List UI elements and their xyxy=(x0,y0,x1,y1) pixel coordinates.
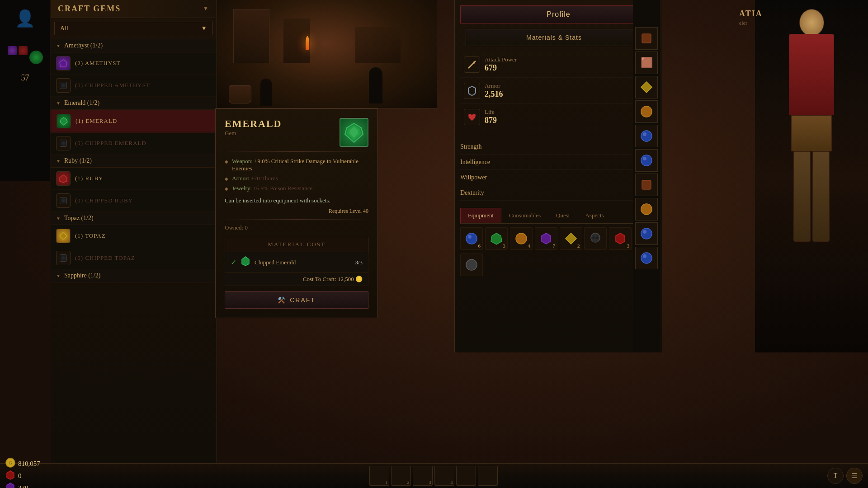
close-btn[interactable]: ▼ xyxy=(203,5,209,12)
gem-item--1--topaz[interactable]: (1) TOPAZ xyxy=(51,225,217,247)
character-figure: ATIA eler xyxy=(766,9,857,325)
tab-aspects[interactable]: Aspects xyxy=(577,208,611,223)
materials-button[interactable]: Materials & Stats xyxy=(466,29,642,46)
side-equip-slot[interactable] xyxy=(635,76,658,99)
gem-item--0--chipped-topaz[interactable]: (0) CHIPPED TOPAZ xyxy=(51,247,217,269)
hotbar-slot[interactable]: 3 xyxy=(413,466,433,486)
hotbar-slot[interactable] xyxy=(478,466,498,486)
game-scene xyxy=(215,0,437,108)
side-equip-slot[interactable]: 🟫 xyxy=(635,52,658,74)
cost-check: ✓ xyxy=(231,258,236,267)
side-equip-slot[interactable] xyxy=(635,222,658,245)
side-equip-slot[interactable] xyxy=(635,125,658,147)
socket-text: Can be inserted into equipment with sock… xyxy=(225,197,368,204)
currency-item: 0 xyxy=(5,470,40,482)
hotbar-slot-1[interactable]: 1 xyxy=(369,466,389,486)
gem-decorations xyxy=(8,46,43,64)
profile-button[interactable]: Profile xyxy=(460,5,657,23)
hotbar-slot-5[interactable] xyxy=(456,466,476,486)
svg-point-32 xyxy=(641,228,652,239)
svg-text:G: G xyxy=(9,460,12,465)
gem-item--0--chipped-emerald[interactable]: (0) CHIPPED EMERALD xyxy=(51,132,217,155)
stat-label-text: Armor xyxy=(485,82,653,89)
hotbar-num: 4 xyxy=(450,480,453,485)
gem-item--1--ruby[interactable]: (1) RUBY xyxy=(51,168,217,190)
panel-title: CRAFT GEMS ▼ xyxy=(51,0,217,18)
filter-dropdown[interactable]: All ▼ xyxy=(54,22,213,35)
hotbar-slot-6[interactable] xyxy=(478,466,498,486)
dropdown-arrow: ▼ xyxy=(201,25,207,32)
hotbar-slot-3[interactable]: 3 xyxy=(413,466,433,486)
stat-value: 2,516 xyxy=(485,89,653,99)
tab-equipment[interactable]: Equipment xyxy=(460,208,501,223)
attr-name: Intelligence xyxy=(460,159,490,166)
gem-category-emerald[interactable]: ▼Emerald (1/2) xyxy=(51,97,217,110)
equipment-slot[interactable]: 2 xyxy=(560,227,582,250)
svg-rect-19 xyxy=(593,240,598,242)
side-equip-slot[interactable] xyxy=(635,149,658,172)
gem-item--0--chipped-amethyst[interactable]: (0) CHIPPED AMETHYST xyxy=(51,75,217,97)
divider-2 xyxy=(225,219,368,220)
hotbar-slot-4[interactable]: 4 xyxy=(434,466,454,486)
side-equip-slot[interactable] xyxy=(635,174,658,196)
svg-marker-3 xyxy=(60,232,67,239)
equipment-slot[interactable]: 7 xyxy=(535,227,557,250)
stat-info: Armor 2,516 xyxy=(485,82,653,99)
stat-label: Weapon: xyxy=(232,158,253,164)
item-name: EMERALD xyxy=(225,118,282,130)
material-cost-header: MATERIAL COST xyxy=(225,237,368,252)
stat-label-text: Attack Power xyxy=(485,56,653,63)
gem-item--0--chipped-ruby[interactable]: (0) CHIPPED RUBY xyxy=(51,190,217,212)
item-type: Gem xyxy=(225,130,282,137)
chat-icon[interactable]: T xyxy=(827,468,844,484)
equipment-slot[interactable]: 3 xyxy=(609,227,632,250)
stat-icon xyxy=(464,56,480,73)
stat-info: Life 879 xyxy=(485,108,653,125)
tab-consumables[interactable]: Consumables xyxy=(501,208,548,223)
stat-bullet: ◆ xyxy=(225,186,228,191)
hotbar-slot[interactable]: 1 xyxy=(369,466,389,486)
side-equip-slot[interactable] xyxy=(635,247,658,269)
hotbar-slot-2[interactable]: 2 xyxy=(391,466,411,486)
gem-category-sapphire[interactable]: ▼Sapphire (1/2) xyxy=(51,269,217,282)
gem-category-amethyst[interactable]: ▼Amethyst (1/2) xyxy=(51,39,217,52)
equipment-slot[interactable]: 6 xyxy=(460,227,483,250)
stat-icon xyxy=(464,83,480,99)
gem-icon xyxy=(56,56,71,70)
gem-category-ruby[interactable]: ▼Ruby (1/2) xyxy=(51,155,217,168)
craft-button[interactable]: ⚒️ Craft xyxy=(225,291,368,309)
hotbar-slot[interactable]: 4 xyxy=(434,466,454,486)
level-display: 57 xyxy=(21,73,29,83)
tab-quest[interactable]: Quest xyxy=(548,208,577,223)
bottom-bar: G810,0570330 1 2 3 4 T ☰ xyxy=(0,463,868,488)
svg-marker-15 xyxy=(566,233,576,244)
currency-amount: 810,057 xyxy=(18,460,40,468)
gem-name: (0) CHIPPED RUBY xyxy=(75,197,133,204)
menu-icon[interactable]: ☰ xyxy=(846,468,863,484)
gold-cost-text: Cost To Craft: 12,500 xyxy=(303,276,354,282)
side-equip-slot[interactable] xyxy=(635,198,658,221)
gem-item--1--emerald[interactable]: (1) EMERALD xyxy=(51,110,217,132)
equipment-slot[interactable]: 4 xyxy=(510,227,533,250)
gold-icon: 🪙 xyxy=(355,276,363,282)
side-equip-slot[interactable] xyxy=(635,27,658,50)
equipment-slot[interactable] xyxy=(584,227,607,250)
equipment-slot[interactable] xyxy=(460,253,483,276)
svg-marker-14 xyxy=(542,233,551,244)
hotbar-slot[interactable] xyxy=(456,466,476,486)
equipment-slot[interactable]: 3 xyxy=(485,227,508,250)
gem-category-topaz[interactable]: ▼Topaz (1/2) xyxy=(51,212,217,225)
gem-name: (1) RUBY xyxy=(75,175,104,182)
hotbar-slot[interactable]: 2 xyxy=(391,466,411,486)
craft-label: Craft xyxy=(290,296,316,304)
cost-amount: 3/3 xyxy=(355,259,363,266)
side-equip-slot[interactable] xyxy=(635,100,658,123)
stat-text: Jewelry: 16.9% Poison Resistance xyxy=(232,185,312,192)
gem-name: (1) TOPAZ xyxy=(75,232,106,239)
character-portrait: ATIA eler xyxy=(755,0,868,352)
stat-label: Jewelry: xyxy=(232,185,252,192)
gem-item--2--amethyst[interactable]: (2) AMETHYST xyxy=(51,52,217,75)
gem-icon xyxy=(56,251,71,265)
gem-name: (0) CHIPPED TOPAZ xyxy=(75,254,135,262)
svg-point-29 xyxy=(643,157,646,160)
